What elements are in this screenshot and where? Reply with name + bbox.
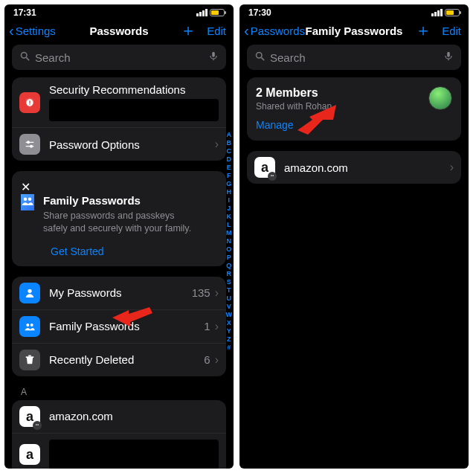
group-security: Security Recommendations Password Option… bbox=[12, 77, 226, 161]
amazon-icon: a bbox=[19, 444, 40, 465]
search-input[interactable]: Search bbox=[247, 45, 461, 70]
password-options-row[interactable]: Password Options › bbox=[12, 127, 226, 161]
entry-amazon[interactable]: a amazon.com › bbox=[247, 151, 461, 184]
index-letter[interactable]: # bbox=[227, 344, 231, 351]
index-letter[interactable]: Z bbox=[227, 335, 231, 343]
index-letter[interactable]: K bbox=[227, 213, 232, 220]
entry-amazon[interactable]: a amazon.com bbox=[12, 400, 226, 433]
chevron-right-icon: › bbox=[215, 286, 219, 300]
svg-point-8 bbox=[28, 141, 30, 144]
index-letter[interactable]: Q bbox=[226, 262, 231, 269]
chevron-right-icon: › bbox=[215, 353, 219, 367]
index-letter[interactable]: B bbox=[227, 139, 232, 147]
search-input[interactable]: Search bbox=[12, 45, 226, 70]
svg-point-26 bbox=[272, 175, 274, 176]
search-icon bbox=[19, 51, 30, 64]
entry-redacted[interactable]: a bbox=[12, 433, 226, 469]
chevron-right-icon: › bbox=[215, 320, 219, 333]
close-icon[interactable]: ✕ bbox=[21, 181, 30, 193]
index-letter[interactable]: Y bbox=[227, 327, 231, 335]
back-button[interactable]: ‹ Settings bbox=[9, 23, 56, 38]
signal-icon bbox=[431, 9, 443, 16]
index-letter[interactable]: N bbox=[227, 237, 232, 245]
index-letter[interactable]: F bbox=[227, 172, 231, 179]
battery-icon bbox=[445, 9, 460, 16]
index-letter[interactable]: C bbox=[227, 147, 232, 155]
family-passwords-label: Family Passwords bbox=[49, 320, 140, 332]
search-placeholder: Search bbox=[35, 51, 71, 64]
manage-link[interactable]: Manage bbox=[256, 119, 294, 131]
index-letter[interactable]: O bbox=[226, 245, 231, 253]
recently-deleted-count: 6 bbox=[204, 353, 210, 366]
edit-button[interactable]: Edit bbox=[442, 25, 461, 37]
add-button[interactable]: ＋ bbox=[415, 22, 431, 39]
index-letter[interactable]: U bbox=[227, 295, 232, 302]
index-letter[interactable]: J bbox=[227, 205, 231, 212]
search-placeholder: Search bbox=[270, 51, 306, 64]
svg-rect-6 bbox=[29, 103, 30, 104]
get-started-link[interactable]: Get Started bbox=[51, 245, 217, 257]
edit-button[interactable]: Edit bbox=[207, 25, 226, 37]
members-title: 2 Members bbox=[256, 86, 428, 100]
svg-rect-16 bbox=[26, 356, 34, 358]
shared-badge-icon bbox=[33, 421, 42, 430]
svg-rect-5 bbox=[29, 100, 30, 103]
entries-a: a amazon.com a bbox=[12, 400, 226, 469]
index-letter[interactable]: H bbox=[227, 188, 232, 196]
index-letter[interactable]: T bbox=[227, 286, 231, 294]
index-bar[interactable]: ABCDEFGHIJKLMNOPQRSTUVWXYZ# bbox=[226, 131, 233, 351]
svg-line-22 bbox=[261, 57, 264, 60]
index-letter[interactable]: X bbox=[227, 319, 231, 327]
index-letter[interactable]: E bbox=[227, 164, 231, 171]
index-letter[interactable]: W bbox=[226, 311, 233, 318]
index-letter[interactable]: S bbox=[227, 278, 231, 286]
chevron-right-icon: › bbox=[215, 138, 219, 151]
svg-point-12 bbox=[28, 198, 32, 202]
index-letter[interactable]: V bbox=[227, 303, 231, 310]
recently-deleted-label: Recently Deleted bbox=[49, 353, 134, 366]
svg-point-15 bbox=[30, 324, 33, 327]
people-icon bbox=[19, 316, 40, 337]
index-letter[interactable]: L bbox=[227, 221, 231, 228]
search-icon bbox=[254, 51, 266, 64]
page-title: Passwords bbox=[89, 25, 148, 37]
index-letter[interactable]: I bbox=[228, 196, 230, 204]
slider-icon bbox=[19, 134, 40, 155]
add-button[interactable]: ＋ bbox=[180, 22, 196, 39]
mic-icon[interactable] bbox=[443, 50, 454, 65]
index-letter[interactable]: A bbox=[227, 131, 232, 138]
members-subtitle: Shared with Rohan bbox=[256, 101, 428, 112]
entry-label: amazon.com bbox=[284, 161, 348, 174]
svg-rect-17 bbox=[28, 355, 31, 356]
entry-label: amazon.com bbox=[49, 410, 113, 422]
svg-point-13 bbox=[28, 289, 31, 292]
phone-right: 17:30 ‹ Passwords Family Passwords ＋ Edi… bbox=[239, 4, 469, 469]
svg-point-21 bbox=[257, 53, 263, 59]
svg-point-11 bbox=[24, 198, 28, 202]
back-label: Settings bbox=[16, 25, 56, 37]
index-letter[interactable]: P bbox=[227, 254, 231, 261]
index-letter[interactable]: R bbox=[227, 270, 232, 277]
svg-point-25 bbox=[271, 175, 272, 176]
security-recommendations-row[interactable]: Security Recommendations bbox=[12, 77, 226, 127]
index-letter[interactable]: M bbox=[226, 229, 232, 237]
mic-icon[interactable] bbox=[208, 50, 219, 65]
svg-point-14 bbox=[26, 324, 29, 327]
family-passwords-promo: ✕ Family Passwords Share passwords and p… bbox=[12, 171, 226, 266]
status-time: 17:31 bbox=[13, 7, 36, 18]
my-passwords-row[interactable]: My Passwords 135 › bbox=[12, 277, 226, 309]
status-bar: 17:30 bbox=[239, 4, 469, 18]
group-lists: My Passwords 135 › Family Passwords 1 › … bbox=[12, 277, 226, 376]
svg-rect-2 bbox=[212, 52, 215, 57]
family-passwords-row[interactable]: Family Passwords 1 › bbox=[12, 309, 226, 343]
svg-rect-23 bbox=[447, 52, 450, 57]
signal-icon bbox=[196, 9, 208, 16]
recently-deleted-row[interactable]: Recently Deleted 6 › bbox=[12, 343, 226, 376]
chevron-right-icon: › bbox=[450, 161, 454, 174]
section-header-a: A bbox=[21, 387, 234, 397]
security-recommendations-label: Security Recommendations bbox=[49, 83, 219, 96]
chevron-left-icon: ‹ bbox=[244, 23, 249, 38]
index-letter[interactable]: D bbox=[227, 155, 232, 163]
index-letter[interactable]: G bbox=[226, 180, 231, 187]
back-button[interactable]: ‹ Passwords bbox=[244, 23, 305, 38]
